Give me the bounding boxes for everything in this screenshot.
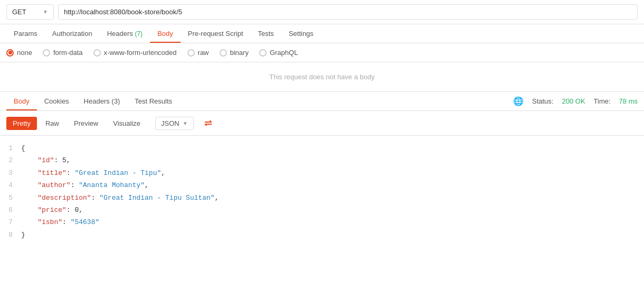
code-content-5: "description": "Great Indian - Tipu Sult… xyxy=(21,192,644,204)
json-format-select[interactable]: JSON ▼ xyxy=(155,117,194,130)
radio-raw-label: raw xyxy=(198,49,209,57)
line-num-5: 5 xyxy=(0,192,21,204)
radio-binary-circle xyxy=(220,49,227,57)
code-content-3: "title": "Great Indian - Tipu", xyxy=(21,167,644,179)
response-tab-test-results[interactable]: Test Results xyxy=(127,92,179,110)
response-tab-headers[interactable]: Headers (3) xyxy=(77,92,128,110)
radio-graphql-circle xyxy=(259,49,267,57)
no-body-message: This request does not have a body xyxy=(0,62,644,92)
status-label: Status: xyxy=(532,97,553,105)
line-num-3: 3 xyxy=(0,167,21,179)
response-status: 🌐 Status: 200 OK Time: 78 ms xyxy=(513,96,638,106)
wrap-button[interactable]: ⇌ xyxy=(200,115,216,131)
code-line-2: 2 "id": 5, xyxy=(0,154,644,166)
line-num-4: 4 xyxy=(0,179,21,191)
url-bar: GET ▼ xyxy=(0,0,644,24)
format-tab-pretty[interactable]: Pretty xyxy=(6,117,37,130)
radio-raw[interactable]: raw xyxy=(187,49,209,57)
line-num-1: 1 xyxy=(0,142,21,154)
code-content-1: { xyxy=(21,142,644,154)
code-line-8: 8 } xyxy=(0,229,644,241)
dropdown-arrow-icon: ▼ xyxy=(43,9,48,15)
code-line-4: 4 "author": "Ananta Mohanty", xyxy=(0,179,644,191)
tab-headers[interactable]: Headers (7) xyxy=(100,24,150,43)
format-tab-visualize[interactable]: Visualize xyxy=(107,117,147,130)
code-line-3: 3 "title": "Great Indian - Tipu", xyxy=(0,167,644,179)
json-select-arrow-icon: ▼ xyxy=(183,120,188,126)
code-line-5: 5 "description": "Great Indian - Tipu Su… xyxy=(0,192,644,204)
response-tabs: Body Cookies Headers (3) Test Results 🌐 … xyxy=(0,92,644,111)
code-content-7: "isbn": "54638" xyxy=(21,216,644,228)
code-content-8: } xyxy=(21,229,644,241)
response-tab-body[interactable]: Body xyxy=(6,92,37,110)
tab-prerequest[interactable]: Pre-request Script xyxy=(181,24,251,43)
time-label: Time: xyxy=(594,97,611,105)
line-num-2: 2 xyxy=(0,154,21,166)
radio-graphql-label: GraphQL xyxy=(270,49,298,57)
radio-form-data-label: form-data xyxy=(53,49,83,57)
radio-urlencoded[interactable]: x-www-form-urlencoded xyxy=(93,49,177,57)
radio-none-label: none xyxy=(17,49,32,57)
tab-params[interactable]: Params xyxy=(6,24,45,43)
response-tab-cookies[interactable]: Cookies xyxy=(37,92,77,110)
radio-raw-circle xyxy=(187,49,195,57)
line-num-7: 7 xyxy=(0,216,21,228)
request-tabs: Params Authorization Headers (7) Body Pr… xyxy=(0,24,644,43)
code-line-6: 6 "price": 0, xyxy=(0,204,644,216)
radio-urlencoded-circle xyxy=(93,49,101,57)
radio-none[interactable]: none xyxy=(6,49,32,57)
line-num-6: 6 xyxy=(0,204,21,216)
tab-body[interactable]: Body xyxy=(150,24,181,43)
method-dropdown[interactable]: GET ▼ xyxy=(6,4,54,20)
format-tabs: Pretty Raw Preview Visualize JSON ▼ ⇌ xyxy=(0,111,644,136)
radio-form-data[interactable]: form-data xyxy=(43,49,83,57)
code-content-6: "price": 0, xyxy=(21,204,644,216)
radio-binary-label: binary xyxy=(230,49,249,57)
tab-authorization[interactable]: Authorization xyxy=(45,24,100,43)
tab-settings[interactable]: Settings xyxy=(281,24,321,43)
radio-none-circle xyxy=(6,49,14,57)
tab-tests[interactable]: Tests xyxy=(251,24,281,43)
radio-form-data-circle xyxy=(43,49,50,57)
code-content-4: "author": "Ananta Mohanty", xyxy=(21,179,644,191)
body-options: none form-data x-www-form-urlencoded raw… xyxy=(0,43,644,62)
json-format-label: JSON xyxy=(161,119,179,127)
method-label: GET xyxy=(12,8,26,16)
format-tab-preview[interactable]: Preview xyxy=(68,117,105,130)
code-area: 1 { 2 "id": 5, 3 "title": "Great Indian … xyxy=(0,136,644,247)
time-value: 78 ms xyxy=(619,97,638,105)
code-line-7: 7 "isbn": "54638" xyxy=(0,216,644,228)
line-num-8: 8 xyxy=(0,229,21,241)
url-input[interactable] xyxy=(58,4,638,20)
globe-icon: 🌐 xyxy=(513,96,524,106)
radio-binary[interactable]: binary xyxy=(220,49,249,57)
radio-urlencoded-label: x-www-form-urlencoded xyxy=(104,49,177,57)
format-tab-raw[interactable]: Raw xyxy=(39,117,65,130)
code-line-1: 1 { xyxy=(0,142,644,154)
code-content-2: "id": 5, xyxy=(21,154,644,166)
status-value: 200 OK xyxy=(562,97,585,105)
radio-graphql[interactable]: GraphQL xyxy=(259,49,298,57)
